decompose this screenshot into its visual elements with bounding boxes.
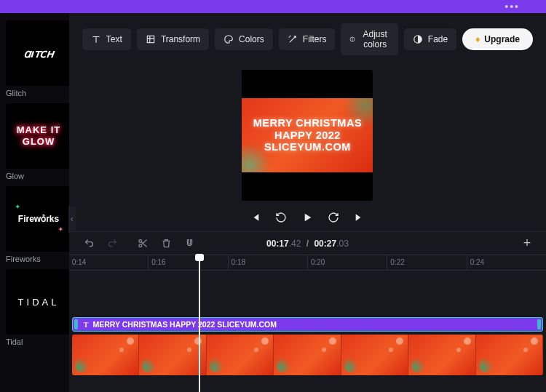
preview-line2: HAPPY 2022	[274, 129, 341, 141]
skip-start-button[interactable]	[248, 211, 261, 224]
split-button[interactable]	[133, 235, 154, 252]
skip-end-button[interactable]	[353, 211, 366, 224]
ruler-tick: 0:24	[467, 255, 546, 270]
sidebar-label-glitch: Glitch	[6, 89, 63, 97]
text-icon	[91, 34, 101, 44]
clip-frame-thumb	[72, 335, 139, 375]
fast-forward-button[interactable]	[327, 211, 340, 224]
text-clip-label: MERRY CHRISTMAS HAPPY 2022 SLICEYUM.COM	[93, 320, 277, 329]
main-area: ɑıᴛᴄʜ Glitch MAKE IT GLOW Glow Firewỏrks…	[0, 13, 546, 392]
editor-toolbar: Text Transform Colors Filters Adjust col…	[69, 13, 546, 65]
video-preview[interactable]: MERRY CHRISTMAS HAPPY 2022 SLICEYUM.COM	[242, 70, 373, 201]
clip-handle-left[interactable]	[74, 319, 78, 329]
add-track-button[interactable]: +	[518, 236, 536, 251]
undo-button[interactable]	[79, 235, 100, 252]
trash-icon	[161, 238, 172, 249]
fade-icon	[413, 34, 423, 44]
adjust-colors-button-label: Adjust colors	[360, 29, 389, 49]
glow-logo-l2: GLOW	[23, 136, 55, 147]
upgrade-button[interactable]: ♦ Upgrade	[462, 28, 533, 50]
glow-logo-l1: MAKE IT	[17, 124, 60, 135]
diamond-icon: ♦	[475, 34, 480, 44]
fireworks-logo: Firewỏrks	[18, 214, 59, 224]
timecode-separator: /	[306, 239, 309, 249]
transform-button-label: Transform	[161, 34, 200, 44]
text-clip[interactable]: T MERRY CHRISTMAS HAPPY 2022 SLICEYUM.CO…	[72, 317, 543, 332]
clip-frame-thumb	[139, 335, 206, 375]
total-time-frac: .03	[336, 239, 349, 249]
timeline-toolbar: 00:17.42 / 00:27.03 +	[69, 231, 546, 255]
play-button[interactable]	[301, 211, 314, 224]
clip-frame-thumb	[408, 335, 475, 375]
transform-icon	[146, 34, 156, 44]
tidal-logo: TIDAL	[18, 297, 60, 308]
rewind-icon	[275, 212, 287, 223]
upgrade-button-label: Upgrade	[484, 34, 520, 44]
timecode-display: 00:17.42 / 00:27.03	[266, 239, 349, 249]
app-title-bar: •••	[0, 0, 546, 13]
video-clip[interactable]	[72, 335, 543, 375]
playback-controls	[248, 211, 366, 224]
fireworks-thumbnail: Firewỏrks	[6, 186, 69, 252]
sidebar-item-fireworks[interactable]: Firewỏrks Fireworks	[6, 186, 63, 263]
style-sidebar: ɑıᴛᴄʜ Glitch MAKE IT GLOW Glow Firewỏrks…	[0, 13, 69, 392]
glow-thumbnail: MAKE IT GLOW	[6, 103, 69, 169]
sidebar-item-glitch[interactable]: ɑıᴛᴄʜ Glitch	[6, 20, 63, 97]
more-menu-icon[interactable]: •••	[505, 1, 520, 12]
delete-button[interactable]	[157, 235, 177, 252]
glitch-thumbnail: ɑıᴛᴄʜ	[6, 20, 69, 86]
filters-button-label: Filters	[303, 34, 327, 44]
preview-line1: MERRY CHRISTMAS	[253, 117, 362, 129]
glitch-logo: ɑıᴛᴄʜ	[23, 47, 54, 60]
preview-area: MERRY CHRISTMAS HAPPY 2022 SLICEYUM.COM	[69, 65, 546, 231]
sidebar-item-glow[interactable]: MAKE IT GLOW Glow	[6, 103, 63, 180]
sidebar-label-tidal: Tidal	[6, 337, 63, 346]
svg-point-3	[139, 240, 142, 243]
sidebar-item-tidal[interactable]: TIDAL Tidal	[6, 269, 63, 346]
sidebar-collapse-handle[interactable]: ‹	[68, 206, 76, 232]
contrast-icon	[349, 34, 355, 44]
skip-end-icon	[354, 212, 365, 223]
text-icon: T	[84, 321, 89, 329]
fade-button[interactable]: Fade	[404, 28, 456, 50]
current-time: 00:17	[266, 239, 289, 249]
rewind-button[interactable]	[274, 211, 288, 224]
clip-frame-thumb	[476, 335, 543, 375]
snap-button[interactable]	[180, 235, 200, 252]
playhead[interactable]	[199, 255, 200, 392]
adjust-colors-button[interactable]: Adjust colors	[341, 23, 397, 55]
current-time-frac: .42	[289, 239, 301, 249]
wand-icon	[288, 34, 298, 44]
sidebar-label-glow: Glow	[6, 172, 63, 180]
svg-point-4	[139, 244, 142, 247]
fade-button-label: Fade	[428, 34, 448, 44]
preview-line3: SLICEYUM.COM	[264, 141, 351, 153]
video-overlay-text: MERRY CHRISTMAS HAPPY 2022 SLICEYUM.COM	[250, 117, 365, 153]
clip-handle-right[interactable]	[537, 319, 541, 329]
timeline-tracks[interactable]: T MERRY CHRISTMAS HAPPY 2022 SLICEYUM.CO…	[69, 271, 546, 375]
redo-icon	[107, 238, 118, 249]
total-time: 00:27	[314, 239, 336, 249]
tidal-thumbnail: TIDAL	[6, 269, 69, 335]
ruler-tick: 0:14	[69, 255, 148, 270]
colors-button-label: Colors	[239, 34, 264, 44]
filters-button[interactable]: Filters	[279, 28, 336, 50]
redo-button[interactable]	[103, 235, 123, 252]
clip-frame-thumb	[341, 335, 408, 375]
transform-button[interactable]: Transform	[137, 28, 209, 50]
timeline-ruler[interactable]: 0:14 0:16 0:18 0:20 0:22 0:24	[69, 255, 546, 271]
undo-icon	[84, 238, 95, 249]
sidebar-label-fireworks: Fireworks	[6, 255, 63, 263]
text-button[interactable]: Text	[82, 28, 131, 50]
palette-icon	[223, 34, 234, 44]
skip-start-icon	[249, 212, 261, 223]
text-button-label: Text	[106, 34, 122, 44]
colors-button[interactable]: Colors	[215, 28, 273, 50]
magnet-icon	[184, 238, 195, 249]
fast-forward-icon	[328, 212, 339, 223]
ruler-tick: 0:18	[228, 255, 307, 270]
ruler-tick: 0:16	[148, 255, 227, 270]
glow-logo: MAKE IT GLOW	[17, 124, 60, 147]
ruler-tick: 0:20	[307, 255, 387, 270]
editor-panel: ‹ Text Transform Colors Filters Adjust c…	[69, 13, 546, 392]
